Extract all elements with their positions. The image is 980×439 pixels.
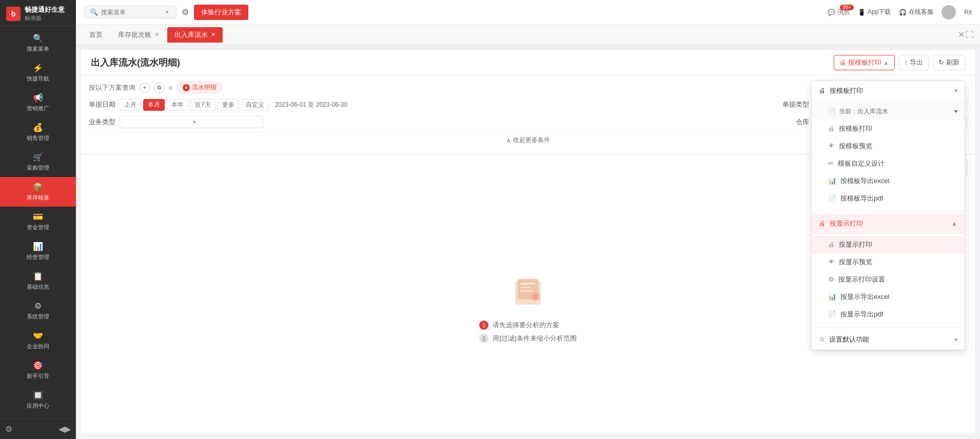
template-section-arrow: ▾ [954, 87, 957, 94]
date-more-btn[interactable]: 更多 [218, 99, 239, 111]
empty-step-2: 2 用[过滤]条件来缩小分析范围 [479, 334, 576, 343]
item-custom-icon: ✏ [828, 159, 834, 167]
sidebar-item-cooperation[interactable]: 🤝企业协同 [0, 326, 76, 355]
dropdown-display-settings-item[interactable]: ⚙ 按显示打印设置 [812, 271, 965, 288]
date-prev-month-btn[interactable]: 上月 [120, 99, 141, 111]
dropdown-template-preview-item[interactable]: 👁 按模板预览 [812, 137, 965, 155]
marketing-icon: 📢 [33, 93, 43, 103]
step-2-number: 2 [479, 334, 488, 343]
template-print-button[interactable]: 🖨 按模板打印 ▲ [834, 55, 895, 70]
dropdown-template-print-item[interactable]: 🖨 按模板打印 [812, 120, 965, 137]
search-bar[interactable]: 🔍 ▾ [84, 6, 177, 18]
sidebar-logo: b 畅捷通好生意 标准版 [0, 0, 76, 26]
sidebar-item-basic[interactable]: 📋基础信息 [0, 266, 76, 296]
settings-icon[interactable]: ⚙ [5, 424, 12, 434]
trial-button[interactable]: 体验行业方案 [194, 5, 248, 20]
dropdown-template-excel-item[interactable]: 📊 按模板导出excel [812, 172, 965, 190]
collapse-icon[interactable]: ◀▶ [58, 424, 71, 434]
search-input[interactable] [101, 9, 163, 16]
display-settings-icon: ⚙ [828, 275, 834, 283]
item-pdf-icon: 📄 [828, 194, 836, 202]
date-current-year-btn[interactable]: 本年 [167, 99, 188, 111]
sidebar-item-inventory[interactable]: 📦库存核算 [0, 177, 76, 207]
sidebar-item-operations[interactable]: 📊经营管理 [0, 236, 76, 266]
sidebar: b 畅捷通好生意 标准版 🔍搜索菜单⚡快捷导航📢营销推广💰销售管理🛒采购管理📦库… [0, 0, 76, 439]
dropdown-display-print-item[interactable]: 🖨 按显示打印 [812, 236, 965, 253]
page-title: 出入库流水(流水明细) [91, 56, 180, 69]
current-item-icon: 📄 [828, 108, 836, 115]
date-range-display: 2023-06-01 至 2023-06-30 [275, 101, 347, 109]
filter-biz-type-select[interactable]: ▾ [120, 116, 263, 128]
filter-biz-type-item: 业务类型 ▾ [89, 116, 263, 128]
filter-tag: ● 流水明细 [177, 82, 222, 93]
sidebar-item-apps[interactable]: 🔲应用中心 [0, 385, 76, 415]
search-dropdown-icon[interactable]: ▾ [166, 9, 169, 15]
refresh-icon: ↻ [938, 58, 944, 66]
display-print-icon: 🖨 [828, 241, 835, 248]
online-service-button[interactable]: 🎧 在线客服 [899, 8, 933, 16]
template-print-sub: 📄 当前：出入库流水 ▾ 🖨 按模板打印 👁 [812, 101, 965, 209]
headset-icon: 🎧 [899, 9, 907, 16]
sidebar-bottom: ⚙ ◀▶ [0, 418, 76, 439]
tab-flow[interactable]: 出入库流水 ✕ [167, 27, 223, 43]
tab-batch-close[interactable]: ✕ [154, 31, 159, 38]
display-preview-icon: 👁 [828, 258, 835, 266]
date-recent-7-btn[interactable]: 近7天 [190, 99, 215, 111]
sidebar-item-wechat[interactable]: 💬企业微信 [0, 415, 76, 418]
purchase-icon: 🛒 [33, 152, 43, 162]
cooperation-icon: 🤝 [33, 331, 43, 341]
tab-batch[interactable]: 库存批次账 ✕ [111, 27, 166, 43]
page-header-right: 🖨 按模板打印 ▲ ↑ 导出 ↻ 刷新 [834, 55, 965, 70]
date-current-month-btn[interactable]: 本月 [143, 99, 165, 111]
search-icon: 🔍 [33, 33, 43, 43]
item-excel-icon: 📊 [828, 177, 836, 185]
sidebar-item-shortcut[interactable]: ⚡快捷导航 [0, 58, 76, 88]
dropdown-display-preview-item[interactable]: 👁 按显示预览 [812, 253, 965, 271]
filter-date-buttons: 上月 本月 本年 近7天 更多 自定义 [120, 99, 269, 111]
filter-add-button[interactable]: + [140, 83, 150, 93]
topbar-gear-icon[interactable]: ⚙ [182, 7, 189, 17]
export-icon: ↑ [905, 58, 908, 66]
message-button[interactable]: 💬 消息 99+ [828, 8, 850, 16]
dropdown-template-pdf-item[interactable]: 📄 按模板导出pdf [812, 190, 965, 207]
sidebar-item-search[interactable]: 🔍搜索菜单 [0, 28, 76, 58]
dropdown-display-print-header[interactable]: 🖨 按显示打印 ▲ [812, 214, 965, 234]
sidebar-nav: 🔍搜索菜单⚡快捷导航📢营销推广💰销售管理🛒采购管理📦库存核算💳资金管理📊经营管理… [0, 26, 76, 418]
print-icon: 🖨 [839, 58, 846, 66]
svg-rect-3 [520, 287, 531, 288]
dropdown-template-custom-item[interactable]: ✏ 模板自定义设计 [812, 155, 965, 172]
user-avatar[interactable] [942, 5, 956, 19]
dropdown-display-pdf-item[interactable]: 📄 按显示导出pdf [812, 306, 965, 323]
date-custom-btn[interactable]: 自定义 [241, 99, 269, 111]
display-print-sub: 🖨 按显示打印 👁 按显示预览 ⚙ 按显示打印设置 [812, 234, 965, 325]
export-button[interactable]: ↑ 导出 [899, 55, 929, 70]
window-expand-btn[interactable]: ⛶ [966, 30, 974, 39]
sidebar-item-system[interactable]: ⚙系统管理 [0, 296, 76, 326]
empty-steps: 1 请先选择要分析的方案 2 用[过滤]条件来缩小分析范围 [479, 321, 576, 343]
tab-flow-close[interactable]: ✕ [211, 31, 215, 38]
sidebar-item-guide[interactable]: 🎯新手引导 [0, 355, 76, 385]
system-icon: ⚙ [34, 301, 42, 311]
sidebar-item-purchase[interactable]: 🛒采购管理 [0, 147, 76, 177]
biz-type-arrow: ▾ [193, 118, 258, 126]
svg-rect-2 [520, 283, 536, 285]
sidebar-item-finance[interactable]: 💳资金管理 [0, 207, 76, 236]
dropdown-template-print-header[interactable]: 🖨 按模板打印 ▾ [812, 81, 965, 101]
svg-text:!: ! [535, 294, 536, 300]
dropdown-default-section-header[interactable]: ☆ 设置默认功能 ▾ [812, 330, 965, 350]
sidebar-item-marketing[interactable]: 📢营销推广 [0, 88, 76, 117]
download-icon: 📱 [858, 9, 866, 16]
main-area: 🔍 ▾ ⚙ 体验行业方案 💬 消息 99+ 📱 App下载 🎧 [76, 0, 980, 439]
window-close-btn[interactable]: ✕ [958, 30, 965, 39]
item-preview-icon: 👁 [828, 142, 835, 150]
display-excel-icon: 📊 [828, 293, 836, 301]
refresh-button[interactable]: ↻ 刷新 [933, 55, 965, 70]
empty-illustration: ! [507, 271, 548, 312]
filter-settings-button[interactable]: ⚙ [154, 83, 164, 93]
sidebar-item-sales[interactable]: 💰销售管理 [0, 117, 76, 147]
dropdown-display-excel-item[interactable]: 📊 按显示导出excel [812, 288, 965, 306]
filter-collapse-button[interactable]: « [168, 83, 173, 92]
empty-step-1: 1 请先选择要分析的方案 [479, 321, 576, 330]
tab-home[interactable]: 首页 [82, 27, 110, 43]
app-download-button[interactable]: 📱 App下载 [858, 8, 891, 16]
